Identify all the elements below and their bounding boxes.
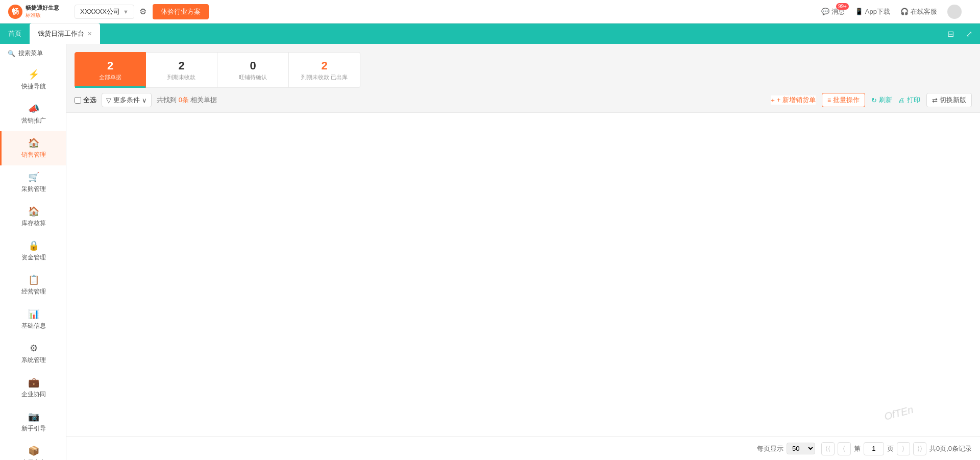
- batch-label: 批量操作: [833, 95, 860, 105]
- filter-label: 更多条件: [113, 95, 140, 105]
- page-number-input[interactable]: [864, 442, 884, 455]
- stat-due-label: 到期未收款: [167, 74, 195, 81]
- online-service-btn[interactable]: 🎧 在线客服: [900, 7, 937, 16]
- per-page-selector: 每页显示 50 100 200: [757, 443, 815, 454]
- settings-icon[interactable]: ⚙: [139, 7, 146, 16]
- refresh-button[interactable]: ↻ 刷新: [871, 95, 892, 105]
- footer: 每页显示 50 100 200 ⟨⟨ ⟨ 第 页 ⟩ ⟩⟩ 共0页,0条记录: [66, 437, 980, 460]
- stat-due-num: 2: [178, 59, 184, 72]
- print-button[interactable]: 🖨 打印: [898, 95, 920, 105]
- stat-shipped-label: 到期未收款 已出库: [301, 74, 348, 81]
- stat-card-wangpu[interactable]: 0 旺铺待确认: [217, 52, 289, 88]
- per-page-select[interactable]: 50 100 200: [787, 443, 815, 454]
- switch-icon: ⇄: [932, 96, 938, 104]
- toolbar-right: + + 新增销货单 ≡ 批量操作 ↻ 刷新 🖨 打印 ⇄ 切换新版: [771, 93, 972, 107]
- inventory-icon: 🏠: [28, 206, 39, 217]
- stat-shipped-num: 2: [321, 59, 327, 72]
- stat-wangpu-num: 0: [250, 59, 256, 72]
- tutorial-icon: 📷: [28, 411, 39, 422]
- header-right: 💬 消息 99+ 📱 App下载 🎧 在线客服: [821, 5, 972, 19]
- batch-icon: ≡: [827, 96, 831, 104]
- sidebar-item-quicknav[interactable]: ⚡ 快捷导航: [0, 63, 66, 97]
- purchase-icon: 🛒: [28, 172, 39, 183]
- sidebar: 🔍 搜索菜单 ⚡ 快捷导航 📣 营销推广 🏠 销售管理 🛒 采购管理 🏠 库存核…: [0, 44, 66, 460]
- first-page-button[interactable]: ⟨⟨: [821, 442, 835, 455]
- main-content: 2 全部单据 2 到期未收款 0 旺铺待确认 2 到期未收款 已出库: [66, 44, 980, 460]
- marketing-icon: 📣: [28, 103, 39, 114]
- total-records-text: 共0页,0条记录: [929, 444, 972, 453]
- operations-icon: 📋: [28, 274, 39, 285]
- close-tab-icon[interactable]: ✕: [87, 31, 92, 37]
- sidebar-item-operations[interactable]: 📋 经营管理: [0, 268, 66, 302]
- stat-wangpu-label: 旺铺待确认: [239, 74, 267, 81]
- select-all-checkbox[interactable]: 全选: [75, 95, 96, 105]
- stat-card-all[interactable]: 2 全部单据: [75, 52, 146, 88]
- search-icon: 🔍: [8, 50, 15, 57]
- quicknav-icon: ⚡: [28, 69, 39, 80]
- avatar[interactable]: [947, 5, 962, 19]
- filter-icon: ▽: [106, 96, 111, 104]
- checkbox-input[interactable]: [75, 97, 81, 104]
- refresh-icon: ↻: [871, 96, 877, 104]
- sidebar-item-sales[interactable]: 🏠 销售管理: [0, 131, 66, 165]
- nav-tabs-bar: 首页 钱货日清工作台 ✕ ⊟ ⤢: [0, 23, 980, 44]
- print-icon: 🖨: [898, 96, 905, 104]
- toolbar: 全选 ▽ 更多条件 ∨ 共找到 0条 相关单据 + + 新增销货单: [66, 88, 980, 113]
- tab-qianhuoriqing[interactable]: 钱货日清工作台 ✕: [30, 23, 100, 44]
- enterprise-icon: 💼: [28, 377, 39, 388]
- sidebar-item-appcenter[interactable]: 📦 应用中心: [0, 439, 66, 460]
- sidebar-item-finance[interactable]: 🔒 资金管理: [0, 234, 66, 268]
- sidebar-item-inventory[interactable]: 🏠 库存核算: [0, 200, 66, 234]
- finance-icon: 🔒: [28, 240, 39, 251]
- filter-button[interactable]: ▽ 更多条件 ∨: [102, 93, 152, 107]
- sidebar-item-system[interactable]: ⚙ 系统管理: [0, 336, 66, 371]
- sales-icon: 🏠: [28, 137, 39, 149]
- chevron-down-icon: ▼: [123, 9, 129, 15]
- stat-all-label: 全部单据: [99, 74, 121, 81]
- system-icon: ⚙: [30, 343, 38, 354]
- download-icon: 📱: [855, 8, 863, 15]
- trial-button[interactable]: 体验行业方案: [153, 4, 209, 19]
- pagination: ⟨⟨ ⟨ 第 页 ⟩ ⟩⟩ 共0页,0条记录: [821, 442, 972, 455]
- last-page-button[interactable]: ⟩⟩: [913, 442, 926, 455]
- sidebar-item-enterprise[interactable]: 💼 企业协同: [0, 371, 66, 405]
- online-service-label: 在线客服: [911, 7, 937, 16]
- message-badge: 99+: [836, 3, 849, 10]
- app-download-btn[interactable]: 📱 App下载: [855, 7, 890, 16]
- table-area: [66, 113, 980, 437]
- basicinfo-icon: 📊: [28, 308, 39, 320]
- sidebar-item-marketing[interactable]: 📣 营销推广: [0, 97, 66, 131]
- next-page-button[interactable]: ⟩: [897, 442, 910, 455]
- switch-new-version-button[interactable]: ⇄ 切换新版: [926, 93, 972, 107]
- found-count: 0条: [179, 96, 189, 104]
- prev-page-button[interactable]: ⟨: [838, 442, 851, 455]
- search-menu-btn[interactable]: 🔍 搜索菜单: [0, 44, 66, 63]
- message-btn[interactable]: 💬 消息 99+: [821, 7, 845, 16]
- switch-label: 切换新版: [940, 95, 966, 105]
- sidebar-item-basicinfo[interactable]: 📊 基础信息: [0, 302, 66, 336]
- tab-home[interactable]: 首页: [0, 23, 30, 44]
- new-sales-order-button[interactable]: + + 新增销货单: [771, 95, 816, 105]
- company-selector[interactable]: XXXXXX公司 ▼: [75, 5, 134, 19]
- refresh-label: 刷新: [879, 95, 892, 105]
- filter-chevron-icon: ∨: [142, 96, 147, 104]
- headset-icon: 🎧: [900, 8, 909, 15]
- stats-row: 2 全部单据 2 到期未收款 0 旺铺待确认 2 到期未收款 已出库: [66, 44, 980, 88]
- minimize-tab-icon[interactable]: ⊟: [943, 27, 958, 41]
- sidebar-item-tutorial[interactable]: 📷 新手引导: [0, 405, 66, 439]
- sidebar-item-purchase[interactable]: 🛒 采购管理: [0, 165, 66, 200]
- per-page-label: 每页显示: [757, 444, 783, 453]
- found-text: 共找到 0条 相关单据: [157, 95, 217, 105]
- app-download-label: App下载: [865, 7, 890, 16]
- top-header: 畅 畅捷通好生意 标准版 XXXXXX公司 ▼ ⚙ 体验行业方案 💬 消息 99…: [0, 0, 980, 23]
- logo-text: 畅捷通好生意 标准版: [26, 4, 59, 19]
- toolbar-left: 全选 ▽ 更多条件 ∨ 共找到 0条 相关单据: [75, 93, 217, 107]
- company-name: XXXXXX公司: [80, 7, 120, 16]
- maximize-tab-icon[interactable]: ⤢: [962, 27, 976, 41]
- page-label: 第: [854, 444, 861, 453]
- stat-card-shipped[interactable]: 2 到期未收款 已出库: [289, 52, 360, 88]
- stat-card-due[interactable]: 2 到期未收款: [146, 52, 217, 88]
- nav-tabs-right-btns: ⊟ ⤢: [943, 27, 980, 41]
- print-label: 打印: [907, 95, 920, 105]
- batch-operation-button[interactable]: ≡ 批量操作: [822, 93, 865, 107]
